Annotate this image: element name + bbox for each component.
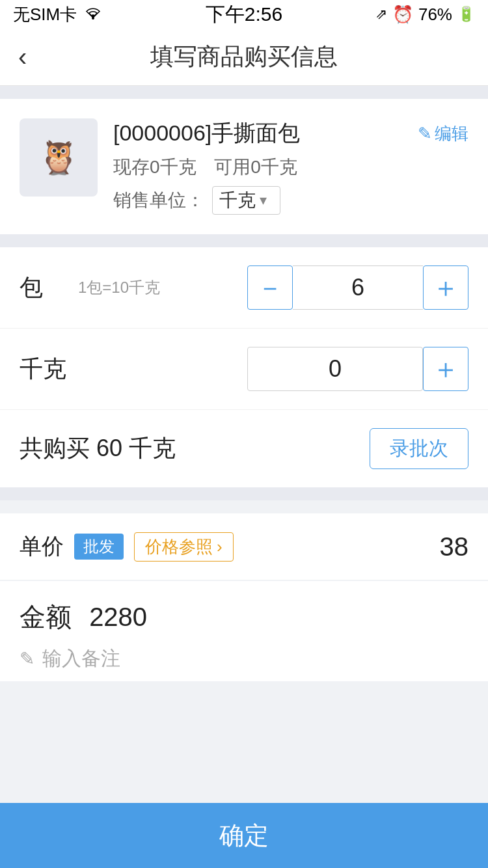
total-row: 共购买 60 千克 录批次 [0,410,488,487]
product-unit-row: 销售单位： 千克 ▾ [113,186,468,215]
price-tag: 批发 [74,534,124,560]
alarm-icon: ⏰ [392,5,413,25]
bag-plus-button[interactable]: ＋ [423,265,468,310]
price-section: 单价 批发 价格参照 › 38 [0,513,488,580]
amount-label: 金额 [20,603,72,631]
remark-placeholder: 输入备注 [42,645,120,672]
unit-label: 销售单位： [113,188,204,213]
price-row: 单价 批发 价格参照 › 38 [20,532,468,562]
bag-row: 包 1包=10千克 － ＋ [0,247,488,329]
status-time: 下午2:56 [206,1,282,28]
nav-bar: ‹ 填写商品购买信息 [0,29,488,86]
bag-qty-control: － ＋ [247,265,468,310]
product-card: 🦉 [0000006]手撕面包 ✎ 编辑 现存0千克 可用0千克 销售单位： 千… [0,99,488,234]
svg-point-0 [92,17,94,20]
kg-row: 千克 ＋ [0,329,488,410]
input-section: 包 1包=10千克 － ＋ 千克 ＋ [0,247,488,410]
kg-qty-input[interactable] [247,347,423,391]
edit-label: 编辑 [435,122,468,145]
total-label: 共购买 60 千克 [20,433,176,465]
bag-qty-input[interactable] [293,265,423,310]
product-stock: 现存0千克 可用0千克 [113,155,468,180]
edit-button[interactable]: ✎ 编辑 [418,122,468,145]
price-value: 38 [440,532,469,562]
price-ref-button[interactable]: 价格参照 › [134,532,234,562]
kg-plus-button[interactable]: ＋ [423,347,468,391]
page-title: 填写商品购买信息 [150,41,338,73]
confirm-button[interactable]: 确定 [0,803,488,868]
mid-separator [0,234,488,247]
product-info: [0000006]手撕面包 ✎ 编辑 现存0千克 可用0千克 销售单位： 千克 … [113,118,468,215]
bag-label: 包 [20,272,72,304]
price-label: 单价 [20,532,64,562]
edit-icon: ✎ [418,124,432,144]
status-right: ⇗ ⏰ 76% 🔋 [375,5,475,25]
pencil-icon: ✎ [20,648,34,670]
price-separator [0,487,488,500]
top-separator [0,86,488,99]
available-text: 可用0千克 [214,157,297,177]
chevron-down-icon: ▾ [260,192,267,209]
unit-select[interactable]: 千克 ▾ [212,186,280,215]
back-button[interactable]: ‹ [18,42,27,72]
battery-icon: 🔋 [457,6,475,23]
bag-minus-button[interactable]: － [247,265,293,310]
kg-qty-control: ＋ [247,347,468,391]
status-bar: 无SIM卡 下午2:56 ⇗ ⏰ 76% 🔋 [0,0,488,29]
product-name-row: [0000006]手撕面包 ✎ 编辑 [113,118,468,148]
battery-text: 76% [418,5,452,25]
product-logo: 🦉 [38,139,79,176]
wifi-icon [83,5,103,25]
unit-value: 千克 [219,188,256,213]
location-icon: ⇗ [375,6,387,23]
batch-button[interactable]: 录批次 [370,428,468,469]
kg-label: 千克 [20,353,72,385]
price-ref-chevron-icon: › [217,537,223,557]
amount-value: 2280 [89,603,147,631]
price-ref-label: 价格参照 [145,536,213,558]
bag-sub-label: 1包=10千克 [78,277,247,298]
status-left: 无SIM卡 [13,3,103,26]
carrier-text: 无SIM卡 [13,3,77,26]
product-image: 🦉 [20,118,98,197]
amount-section: 金额 2280 ✎ 输入备注 [0,581,488,681]
stock-text: 现存0千克 [113,157,197,177]
amount-row: 金额 2280 [20,599,468,635]
remark-row[interactable]: ✎ 输入备注 [20,645,468,672]
product-name: [0000006]手撕面包 [113,118,300,148]
